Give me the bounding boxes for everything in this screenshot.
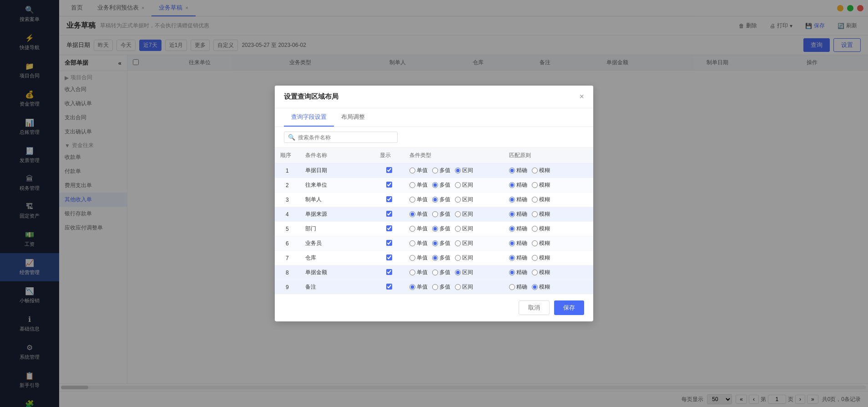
cell-match: 精确模糊 xyxy=(504,163,593,178)
cell-seq: 7 xyxy=(275,251,300,265)
search-condition-input[interactable] xyxy=(298,134,394,141)
cell-seq: 6 xyxy=(275,236,300,251)
th-name: 条件名称 xyxy=(300,148,374,163)
cell-match: 精确模糊 xyxy=(504,222,593,236)
show-checkbox[interactable] xyxy=(386,211,392,217)
cell-type: 单值多值区间 xyxy=(404,265,504,280)
cell-type: 单值多值区间 xyxy=(404,207,504,222)
table-row[interactable]: 2往来单位单值多值区间精确模糊 xyxy=(275,178,593,193)
cell-show xyxy=(374,207,404,222)
cell-name: 制单人 xyxy=(300,193,374,207)
th-show: 显示 xyxy=(374,148,404,163)
cell-match: 精确模糊 xyxy=(504,236,593,251)
cell-type: 单值多值区间 xyxy=(404,193,504,207)
modal-table: 顺序 条件名称 显示 条件类型 匹配原则 1单据日期单值多值区间精确模糊2往来单… xyxy=(275,148,593,294)
table-row[interactable]: 4单据来源单值多值区间精确模糊 xyxy=(275,207,593,222)
show-checkbox[interactable] xyxy=(386,167,392,173)
table-row[interactable]: 3制单人单值多值区间精确模糊 xyxy=(275,193,593,207)
cell-seq: 2 xyxy=(275,178,300,193)
table-row[interactable]: 7仓库单值多值区间精确模糊 xyxy=(275,251,593,265)
cell-seq: 1 xyxy=(275,163,300,178)
th-type: 条件类型 xyxy=(404,148,504,163)
modal-tabs: 查询字段设置 布局调整 xyxy=(275,108,593,127)
cell-seq: 3 xyxy=(275,193,300,207)
cell-type: 单值多值区间 xyxy=(404,222,504,236)
cell-name: 单据日期 xyxy=(300,163,374,178)
cell-type: 单值多值区间 xyxy=(404,178,504,193)
cell-seq: 9 xyxy=(275,280,300,294)
modal-tab-query[interactable]: 查询字段设置 xyxy=(284,108,334,127)
cell-match: 精确模糊 xyxy=(504,265,593,280)
modal-header: 设置查询区域布局 × xyxy=(275,86,593,108)
cell-show xyxy=(374,236,404,251)
modal-overlay[interactable]: 设置查询区域布局 × 查询字段设置 布局调整 🔍 顺序 条件名称 显示 xyxy=(0,0,868,407)
cell-show xyxy=(374,178,404,193)
show-checkbox[interactable] xyxy=(386,254,392,260)
cell-match: 精确模糊 xyxy=(504,178,593,193)
modal-tab-layout[interactable]: 布局调整 xyxy=(334,108,372,127)
modal-title: 设置查询区域布局 xyxy=(284,92,338,101)
cancel-button[interactable]: 取消 xyxy=(519,300,550,315)
show-checkbox[interactable] xyxy=(386,269,392,275)
th-seq: 顺序 xyxy=(275,148,300,163)
modal-save-button[interactable]: 保存 xyxy=(554,300,584,315)
search-input-wrap: 🔍 xyxy=(284,132,398,143)
cell-show xyxy=(374,222,404,236)
cell-match: 精确模糊 xyxy=(504,193,593,207)
modal-footer: 取消 保存 xyxy=(275,294,593,321)
cell-type: 单值多值区间 xyxy=(404,251,504,265)
table-row[interactable]: 5部门单值多值区间精确模糊 xyxy=(275,222,593,236)
cell-show xyxy=(374,251,404,265)
cell-show xyxy=(374,193,404,207)
table-row[interactable]: 8单据金额单值多值区间精确模糊 xyxy=(275,265,593,280)
cell-type: 单值多值区间 xyxy=(404,280,504,294)
cell-match: 精确模糊 xyxy=(504,280,593,294)
show-checkbox[interactable] xyxy=(386,182,392,188)
table-row[interactable]: 1单据日期单值多值区间精确模糊 xyxy=(275,163,593,178)
cell-name: 单据来源 xyxy=(300,207,374,222)
cell-show xyxy=(374,265,404,280)
cell-name: 单据金额 xyxy=(300,265,374,280)
table-row[interactable]: 6业务员单值多值区间精确模糊 xyxy=(275,236,593,251)
cell-type: 单值多值区间 xyxy=(404,236,504,251)
show-checkbox[interactable] xyxy=(386,196,392,202)
cell-seq: 5 xyxy=(275,222,300,236)
cell-seq: 8 xyxy=(275,265,300,280)
cell-name: 备注 xyxy=(300,280,374,294)
cell-seq: 4 xyxy=(275,207,300,222)
show-checkbox[interactable] xyxy=(386,284,392,290)
modal-table-scroll: 顺序 条件名称 显示 条件类型 匹配原则 1单据日期单值多值区间精确模糊2往来单… xyxy=(275,148,593,294)
show-checkbox[interactable] xyxy=(386,240,392,246)
modal-close-btn[interactable]: × xyxy=(579,92,584,102)
cell-name: 仓库 xyxy=(300,251,374,265)
cell-match: 精确模糊 xyxy=(504,251,593,265)
cell-type: 单值多值区间 xyxy=(404,163,504,178)
show-checkbox[interactable] xyxy=(386,225,392,231)
cell-match: 精确模糊 xyxy=(504,207,593,222)
cell-name: 业务员 xyxy=(300,236,374,251)
th-match: 匹配原则 xyxy=(504,148,593,163)
cell-name: 往来单位 xyxy=(300,178,374,193)
modal-search: 🔍 xyxy=(275,127,593,148)
table-row[interactable]: 9备注单值多值区间精确模糊 xyxy=(275,280,593,294)
search-icon-modal: 🔍 xyxy=(288,134,295,141)
modal-dialog: 设置查询区域布局 × 查询字段设置 布局调整 🔍 顺序 条件名称 显示 xyxy=(275,86,593,321)
cell-show xyxy=(374,280,404,294)
cell-name: 部门 xyxy=(300,222,374,236)
cell-show xyxy=(374,163,404,178)
